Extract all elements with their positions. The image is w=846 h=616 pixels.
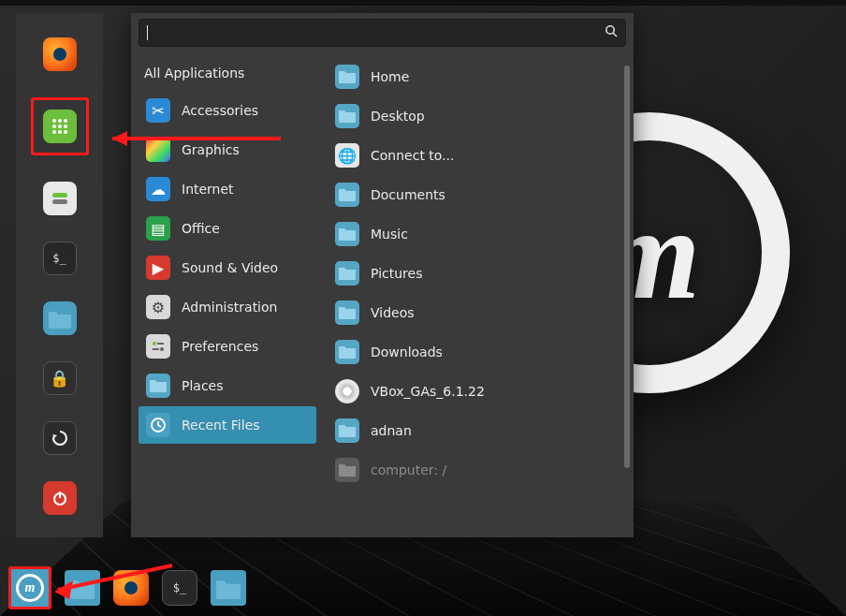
svg-point-25 bbox=[124, 581, 138, 594]
play-icon: ▶ bbox=[146, 256, 170, 280]
place-label: Desktop bbox=[371, 109, 425, 124]
svg-point-9 bbox=[64, 130, 67, 134]
folder-icon bbox=[335, 222, 359, 246]
grid-icon bbox=[51, 117, 69, 136]
taskbar-terminal[interactable]: $_ bbox=[162, 570, 197, 606]
svg-point-0 bbox=[53, 48, 66, 61]
category-recent-files[interactable]: Recent Files bbox=[139, 406, 316, 444]
svg-point-1 bbox=[52, 119, 56, 123]
place-music[interactable]: Music bbox=[328, 215, 620, 253]
folder-icon bbox=[335, 183, 359, 207]
pref-icon bbox=[146, 334, 170, 359]
lock-icon: 🔒 bbox=[50, 369, 69, 388]
fav-lock[interactable]: 🔒 bbox=[43, 361, 77, 395]
svg-point-18 bbox=[160, 347, 164, 351]
folder-icon bbox=[68, 577, 96, 599]
place-pictures[interactable]: Pictures bbox=[328, 255, 620, 292]
fav-power[interactable] bbox=[43, 481, 77, 515]
category-label: Internet bbox=[182, 182, 234, 197]
search-row bbox=[131, 13, 634, 51]
firefox-icon bbox=[49, 43, 71, 66]
reload-icon bbox=[51, 429, 69, 447]
svg-point-7 bbox=[52, 130, 56, 134]
fav-settings[interactable] bbox=[43, 182, 77, 215]
application-menu: All Applications ✂ Accessories Graphics … bbox=[131, 13, 634, 537]
terminal-icon: $_ bbox=[52, 252, 66, 265]
favorites-sidebar: $_ 🔒 bbox=[16, 13, 103, 537]
taskbar-files[interactable] bbox=[65, 570, 100, 606]
category-graphics[interactable]: Graphics bbox=[139, 131, 316, 169]
fav-firefox[interactable] bbox=[43, 37, 77, 71]
place-home[interactable]: Home bbox=[328, 58, 620, 95]
folder-icon bbox=[335, 340, 359, 364]
place-adnan[interactable]: adnan bbox=[328, 412, 620, 449]
svg-point-6 bbox=[64, 125, 67, 128]
place-label: Videos bbox=[371, 305, 415, 320]
places-column: Home Desktop 🌐 Connect to... Documents M… bbox=[320, 51, 634, 537]
folder-icon bbox=[335, 104, 359, 128]
category-administration[interactable]: ⚙ Administration bbox=[139, 288, 316, 326]
place-documents[interactable]: Documents bbox=[328, 176, 620, 213]
search-icon bbox=[605, 24, 618, 41]
categories-header[interactable]: All Applications bbox=[139, 58, 316, 90]
place-label: VBox_GAs_6.1.22 bbox=[371, 384, 485, 399]
category-accessories[interactable]: ✂ Accessories bbox=[139, 92, 316, 129]
place-computer-root[interactable]: computer: / bbox=[328, 451, 620, 489]
folder-icon bbox=[48, 308, 72, 329]
svg-point-5 bbox=[58, 125, 62, 128]
category-label: Accessories bbox=[182, 103, 258, 118]
svg-line-15 bbox=[613, 33, 617, 37]
category-sound-video[interactable]: ▶ Sound & Video bbox=[139, 249, 316, 286]
svg-point-4 bbox=[52, 125, 56, 128]
fav-restart[interactable] bbox=[43, 421, 77, 455]
fav-files[interactable] bbox=[43, 301, 77, 335]
place-connect-to[interactable]: 🌐 Connect to... bbox=[328, 137, 620, 174]
search-box[interactable] bbox=[139, 19, 626, 47]
taskbar-files-open[interactable] bbox=[211, 570, 246, 606]
fav-apps-grid[interactable] bbox=[43, 110, 77, 143]
taskbar: m $_ bbox=[5, 565, 841, 611]
office-icon: ▤ bbox=[146, 216, 170, 241]
svg-point-14 bbox=[606, 26, 614, 34]
search-input[interactable] bbox=[148, 25, 605, 40]
category-label: Preferences bbox=[182, 339, 258, 354]
svg-point-2 bbox=[58, 119, 62, 123]
category-label: Recent Files bbox=[182, 418, 260, 433]
folder-icon bbox=[214, 577, 242, 599]
folder-icon bbox=[146, 374, 170, 398]
place-label: Connect to... bbox=[371, 148, 455, 163]
clock-icon bbox=[146, 413, 170, 437]
gear-icon: ⚙ bbox=[146, 295, 170, 319]
taskbar-firefox[interactable] bbox=[113, 570, 149, 606]
category-preferences[interactable]: Preferences bbox=[139, 328, 316, 365]
folder-icon bbox=[335, 301, 359, 325]
place-videos[interactable]: Videos bbox=[328, 294, 620, 331]
categories-column: All Applications ✂ Accessories Graphics … bbox=[131, 51, 320, 537]
svg-point-16 bbox=[153, 342, 156, 345]
place-label: Pictures bbox=[371, 266, 422, 281]
rainbow-icon bbox=[146, 138, 170, 162]
category-label: Office bbox=[182, 221, 220, 236]
toggle-icon bbox=[50, 188, 70, 209]
terminal-icon: $_ bbox=[173, 581, 186, 594]
place-label: Home bbox=[371, 69, 409, 84]
place-label: computer: / bbox=[371, 462, 446, 477]
scrollbar[interactable] bbox=[624, 66, 630, 468]
category-places[interactable]: Places bbox=[139, 367, 316, 404]
category-office[interactable]: ▤ Office bbox=[139, 210, 316, 247]
place-downloads[interactable]: Downloads bbox=[328, 333, 620, 371]
svg-point-3 bbox=[64, 119, 67, 123]
mint-icon: m bbox=[16, 574, 44, 602]
place-label: Downloads bbox=[371, 345, 443, 359]
globe-icon: 🌐 bbox=[335, 143, 359, 168]
start-menu-button[interactable]: m bbox=[8, 566, 51, 609]
place-desktop[interactable]: Desktop bbox=[328, 97, 620, 135]
fav-terminal[interactable]: $_ bbox=[43, 242, 77, 275]
folder-icon bbox=[335, 418, 359, 443]
cloud-icon: ☁ bbox=[146, 177, 170, 201]
folder-dim-icon bbox=[335, 458, 359, 482]
place-vbox-gas[interactable]: VBox_GAs_6.1.22 bbox=[328, 373, 620, 410]
category-internet[interactable]: ☁ Internet bbox=[139, 170, 316, 208]
category-label: Places bbox=[182, 378, 224, 393]
category-label: Graphics bbox=[182, 142, 240, 157]
